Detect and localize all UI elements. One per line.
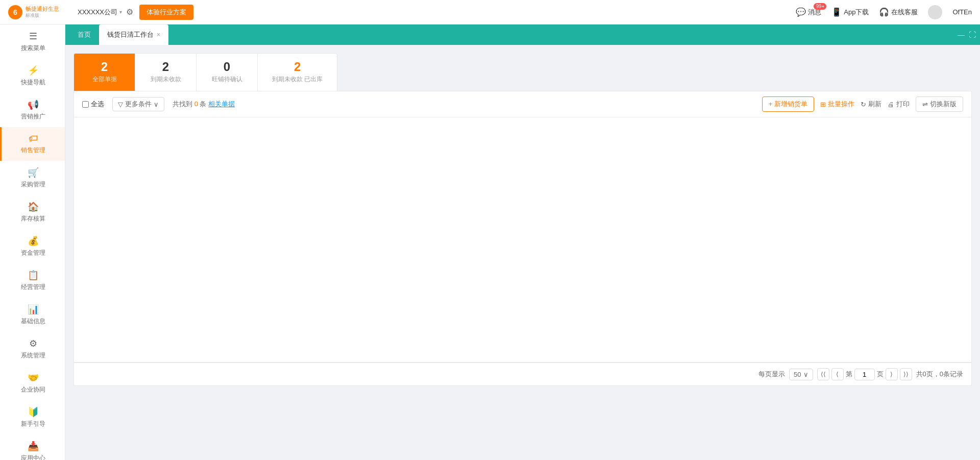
- app-logo-icon: 6: [8, 5, 22, 19]
- sidebar-item-system[interactable]: ⚙ 系统管理: [0, 332, 65, 366]
- enterprise-label: 企业协同: [21, 385, 45, 394]
- stat-count-1: 2: [150, 61, 182, 73]
- user-name[interactable]: OfTEn: [952, 8, 972, 16]
- app-center-label: 应用中心: [21, 454, 45, 460]
- inventory-label: 库存核算: [21, 214, 45, 223]
- per-page-select[interactable]: 50 ∨: [789, 369, 813, 380]
- company-selector[interactable]: XXXXXX公司 ▾: [78, 8, 122, 17]
- sidebar-item-app-center[interactable]: 📥 应用中心: [0, 434, 65, 460]
- stat-card-0[interactable]: 2 全部单据: [74, 54, 135, 91]
- tab-workbench[interactable]: 钱货日清工作台 ×: [99, 25, 168, 45]
- sales-label: 销售管理: [21, 146, 45, 155]
- page-number-input[interactable]: [854, 369, 875, 380]
- app-center-icon: 📥: [28, 441, 39, 452]
- search-menu-icon: ☰: [29, 31, 37, 42]
- stat-label-0: 全部单据: [88, 75, 120, 84]
- company-name: XXXXXX公司: [78, 8, 117, 17]
- stat-card-2[interactable]: 0 旺铺待确认: [197, 54, 258, 91]
- sidebar-item-quick-nav[interactable]: ⚡ 快捷导航: [0, 59, 65, 93]
- system-icon: ⚙: [29, 338, 37, 349]
- page-prefix: 第: [846, 370, 852, 379]
- related-link[interactable]: 相关单据: [208, 100, 235, 108]
- enterprise-icon: 🤝: [28, 372, 39, 383]
- basic-info-icon: 📊: [28, 304, 39, 315]
- tab-close-icon[interactable]: ×: [157, 31, 160, 38]
- quick-nav-icon: ⚡: [28, 65, 39, 76]
- tab-home[interactable]: 首页: [69, 25, 99, 45]
- service-icon: 🎧: [879, 7, 889, 17]
- sidebar-item-purchase[interactable]: 🛒 采购管理: [0, 161, 65, 195]
- refresh-button[interactable]: ↻ 刷新: [861, 100, 881, 109]
- search-menu-label: 搜索菜单: [21, 44, 45, 53]
- switch-icon: ⇌: [922, 101, 928, 108]
- filter-button[interactable]: ▽ 更多条件 ∨: [112, 97, 164, 111]
- sidebar-item-operation[interactable]: 📋 经营管理: [0, 263, 65, 298]
- found-text: 共找到 0 条 相关单据: [173, 100, 235, 109]
- newbie-label: 新手引导: [21, 420, 45, 428]
- stat-count-0: 2: [88, 61, 120, 73]
- switch-version-button[interactable]: ⇌ 切换新版: [916, 96, 963, 112]
- select-all-input[interactable]: [82, 101, 89, 108]
- sidebar-item-basic-info[interactable]: 📊 基础信息: [0, 298, 65, 332]
- toolbar-right: + 新增销货单 ⊞ 批量操作 ↻ 刷新 🖨 打印 ⇌ 切换新版: [762, 96, 963, 112]
- top-bar: 6 畅捷通好生意 标准版 XXXXXX公司 ▾ ⚙ 体验行业方案 💬 消息 99…: [0, 0, 980, 25]
- nav-tabs: 首页 钱货日清工作台 × — ⛶: [65, 25, 980, 45]
- sidebar-item-enterprise[interactable]: 🤝 企业协同: [0, 366, 65, 400]
- page-nav: ⟨⟨ ⟨ 第 页 ⟩ ⟩⟩: [817, 368, 912, 380]
- message-icon: 💬: [796, 7, 806, 17]
- print-button[interactable]: 🖨 打印: [888, 100, 910, 109]
- tab-maximize-icon[interactable]: ⛶: [969, 31, 976, 39]
- operation-label: 经营管理: [21, 283, 45, 292]
- sidebar-item-inventory[interactable]: 🏠 库存核算: [0, 195, 65, 229]
- sidebar-item-search-menu[interactable]: ☰ 搜索菜单: [0, 25, 65, 59]
- message-btn[interactable]: 💬 消息 99+: [796, 7, 821, 17]
- stat-card-1[interactable]: 2 到期未收款: [135, 54, 197, 91]
- quick-nav-label: 快捷导航: [21, 78, 45, 87]
- refresh-icon: ↻: [861, 101, 866, 108]
- trial-button[interactable]: 体验行业方案: [139, 5, 193, 20]
- app-download-btn[interactable]: 📱 App下载: [831, 7, 869, 17]
- purchase-label: 采购管理: [21, 180, 45, 189]
- sidebar-item-sales[interactable]: 🏷 销售管理: [0, 127, 65, 161]
- sidebar-item-marketing[interactable]: 📢 营销推广: [0, 93, 65, 127]
- page-unit: 页: [877, 370, 884, 379]
- select-all-label: 全选: [91, 100, 104, 109]
- download-icon: 📱: [831, 7, 842, 17]
- filter-chevron-icon: ∨: [154, 101, 159, 108]
- select-all-checkbox[interactable]: 全选: [82, 100, 104, 109]
- settings-icon[interactable]: ⚙: [126, 7, 133, 17]
- avatar[interactable]: [928, 5, 942, 19]
- stat-label-3: 到期未收款 已出库: [272, 75, 323, 84]
- tab-minimize-icon[interactable]: —: [958, 31, 965, 39]
- table-area: [74, 117, 972, 362]
- online-service-btn[interactable]: 🎧 在线客服: [879, 7, 918, 17]
- per-page-chevron-icon: ∨: [803, 371, 808, 378]
- inventory-icon: 🏠: [28, 201, 39, 212]
- add-sale-button[interactable]: + 新增销货单: [762, 96, 814, 112]
- batch-action-button[interactable]: ⊞ 批量操作: [820, 100, 854, 109]
- stat-cards: 2 全部单据 2 到期未收款 0 旺铺待确认 2 到期未收款 已出库: [74, 53, 337, 91]
- sales-icon: 🏷: [29, 133, 38, 144]
- finance-icon: 💰: [28, 235, 39, 247]
- found-count: 0: [194, 100, 198, 108]
- first-page-btn[interactable]: ⟨⟨: [817, 368, 829, 380]
- prev-page-btn[interactable]: ⟨: [831, 368, 844, 380]
- last-page-btn[interactable]: ⟩⟩: [900, 368, 912, 380]
- purchase-icon: 🛒: [28, 167, 39, 178]
- main-content: 2 全部单据 2 到期未收款 0 旺铺待确认 2 到期未收款 已出库 全选 ▽ …: [65, 45, 980, 460]
- per-page-label: 每页显示: [758, 370, 785, 379]
- basic-info-label: 基础信息: [21, 317, 45, 326]
- stat-label-1: 到期未收款: [150, 75, 182, 84]
- tab-home-label: 首页: [78, 30, 91, 39]
- marketing-icon: 📢: [28, 99, 39, 110]
- stat-card-3[interactable]: 2 到期未收款 已出库: [258, 54, 337, 91]
- marketing-label: 营销推广: [21, 112, 45, 121]
- next-page-btn[interactable]: ⟩: [886, 368, 898, 380]
- sidebar-item-newbie[interactable]: 🔰 新手引导: [0, 400, 65, 434]
- system-label: 系统管理: [21, 351, 45, 360]
- print-icon: 🖨: [888, 101, 894, 108]
- company-chevron-icon: ▾: [119, 9, 122, 15]
- sidebar-item-finance[interactable]: 💰 资金管理: [0, 229, 65, 263]
- finance-label: 资金管理: [21, 249, 45, 257]
- tab-workbench-label: 钱货日清工作台: [107, 30, 154, 39]
